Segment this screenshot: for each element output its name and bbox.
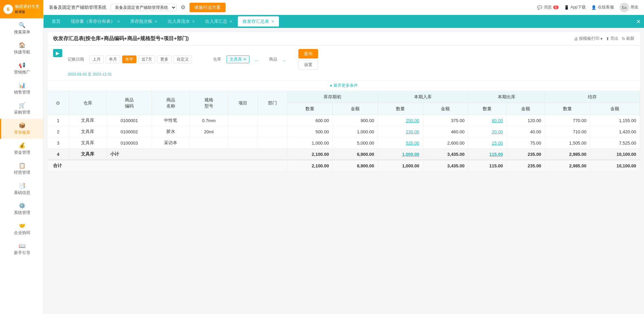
- sidebar-item-label-enterprise: 企业协同: [14, 230, 30, 236]
- sidebar-item-guide[interactable]: 📖新手引导: [0, 239, 43, 259]
- subtotal-out-qty[interactable]: 115.00: [468, 149, 507, 160]
- date-btn-this-year[interactable]: 本年: [122, 55, 136, 63]
- template-print-button[interactable]: 🖨 按模板打印 ▾: [574, 36, 602, 42]
- sidebar-item-label-inventory: 库存核算: [14, 130, 30, 135]
- date-btn-more[interactable]: 更多: [157, 55, 171, 63]
- total-in-amt: 3,435.00: [423, 160, 468, 171]
- filter-section: ▶ 记账日期 上月 本月 本年 近7天 更多 自定义 仓库: [48, 46, 640, 90]
- row-warehouse: 文具库: [69, 115, 106, 126]
- gear-icon[interactable]: ⚙: [181, 4, 185, 11]
- user-item[interactable]: Ea 用友: [620, 3, 639, 12]
- sidebar-item-operation[interactable]: 📋经营管理: [0, 159, 43, 179]
- finance-icon: 💰: [19, 142, 26, 149]
- warehouse-more[interactable]: ...: [255, 57, 258, 62]
- row-out-qty[interactable]: 20.00: [468, 126, 507, 137]
- date-filter-label: 记账日期: [68, 56, 84, 62]
- sidebar-item-base[interactable]: 📑基础信息: [0, 179, 43, 199]
- subtotal-start-amt: 6,900.00: [332, 149, 378, 160]
- sidebar-item-purchase[interactable]: 🛒采购管理: [0, 99, 43, 119]
- th-out-qty: 数量: [468, 103, 507, 115]
- sidebar-item-label-operation: 经营管理: [14, 170, 30, 176]
- refresh-button[interactable]: ↻ 刷新: [622, 36, 634, 42]
- sidebar-item-search[interactable]: 🔍搜索菜单: [0, 18, 43, 38]
- sidebar-item-enterprise[interactable]: 🤝企业协同: [0, 219, 43, 239]
- date-range-display: 2023-01-01 至 2023-12-31: [68, 72, 318, 77]
- system-select[interactable]: 装备及固定资产辅助管理系统: [111, 4, 177, 11]
- row-warehouse: 文具库: [69, 126, 106, 137]
- row-out-qty[interactable]: 80.00: [468, 115, 507, 126]
- goods-more[interactable]: ...: [283, 57, 286, 62]
- trial-button[interactable]: 体验行业方案: [189, 3, 226, 12]
- tab------[interactable]: 出入库流水✕: [163, 16, 200, 27]
- tab-------[interactable]: 收发存汇总表✕: [238, 16, 279, 27]
- base-icon: 📑: [19, 182, 26, 189]
- logo-icon: 6: [3, 4, 13, 14]
- th-settings[interactable]: ⚙: [48, 91, 69, 115]
- tab-close-icon[interactable]: ✕: [271, 19, 274, 24]
- tab-close-icon[interactable]: ✕: [229, 19, 232, 24]
- row-goods-name: 胶水: [152, 126, 189, 137]
- sidebar-item-inventory[interactable]: 📦库存核算: [0, 119, 43, 139]
- total-row: 合计 2,100.00 6,900.00 1,000.00 3,435.00 1…: [48, 160, 640, 171]
- sidebar-item-sales[interactable]: 📊销售管理: [0, 79, 43, 99]
- export-button[interactable]: ⬆ 导出: [606, 36, 618, 42]
- sales-icon: 📊: [19, 82, 26, 88]
- setting-button[interactable]: 设置: [298, 60, 318, 70]
- tab-close-icon[interactable]: ✕: [117, 19, 120, 24]
- th-goods-code: 商品编码: [106, 91, 152, 115]
- expand-more-button[interactable]: ▾ 展开更多条件: [48, 81, 640, 90]
- row-project: [228, 126, 258, 137]
- app-download-item[interactable]: 📱 App下载: [564, 4, 586, 10]
- sidebar-item-system[interactable]: ⚙️系统管理: [0, 199, 43, 219]
- tab------[interactable]: 出入库汇总✕: [200, 16, 237, 27]
- user-label: 用友: [630, 4, 639, 10]
- app-download-label: App下载: [571, 4, 586, 10]
- date-btn-last-month[interactable]: 上月: [89, 55, 104, 63]
- row-in-qty[interactable]: 230.00: [378, 126, 423, 137]
- row-goods-spec: [190, 137, 228, 149]
- system-title: 装备及固定资产辅助管理系统: [49, 4, 106, 11]
- tab-close-icon[interactable]: ✕: [154, 19, 158, 24]
- quick-icon: 🏠: [19, 42, 26, 48]
- sidebar-item-marketing[interactable]: 📢营销推广: [0, 59, 43, 79]
- online-service-label: 在线客服: [598, 4, 614, 10]
- tab-close-icon[interactable]: ✕: [192, 19, 195, 24]
- subtotal-warehouse: 文具库: [69, 149, 106, 160]
- row-index: 2: [48, 126, 69, 137]
- subtotal-index: 4: [48, 149, 69, 160]
- row-balance-qty: 770.00: [545, 115, 590, 126]
- filter-row-date: 记账日期 上月 本月 本年 近7天 更多 自定义 仓库 文具库: [68, 49, 318, 70]
- row-in-qty[interactable]: 520.00: [378, 137, 423, 149]
- sidebar-item-finance[interactable]: 💰资金管理: [0, 139, 43, 159]
- content-area: 收发存汇总表(按仓库+商品编码+商品+规格型号+项目+部门) 🖨 按模板打印 ▾…: [44, 28, 644, 314]
- total-start-amt: 6,900.00: [332, 160, 378, 171]
- warehouse-tag-close[interactable]: ✕: [243, 57, 246, 62]
- row-out-qty[interactable]: 15.00: [468, 137, 507, 149]
- date-btn-7days[interactable]: 近7天: [138, 55, 155, 63]
- table-row: 2 文具库 0100002 胶水 20ml 500.00 1,000.00 23…: [48, 126, 640, 137]
- row-index: 3: [48, 137, 69, 149]
- row-in-qty[interactable]: 250.00: [378, 115, 423, 126]
- sidebar-item-quick[interactable]: 🏠快捷导航: [0, 38, 43, 59]
- row-department: [258, 115, 287, 126]
- sidebar: 6 畅捷通好生意 标准版 🔍搜索菜单🏠快捷导航📢营销推广📊销售管理🛒采购管理📦库…: [0, 0, 44, 314]
- subtotal-balance-amt: 10,100.00: [590, 149, 640, 160]
- tabbar-close-icon[interactable]: ✕: [636, 18, 641, 25]
- date-btn-custom[interactable]: 自定义: [174, 55, 192, 63]
- tab------[interactable]: 库存批次账✕: [126, 16, 162, 27]
- inventory-icon: 📦: [19, 122, 26, 129]
- tab---[interactable]: 首页: [47, 16, 65, 27]
- operation-icon: 📋: [19, 162, 26, 169]
- query-button[interactable]: 查询: [298, 49, 318, 59]
- row-balance-qty: 710.00: [545, 126, 590, 137]
- tab-----------[interactable]: 现存量（库存分布表）✕: [66, 16, 125, 27]
- date-btn-this-month[interactable]: 本月: [106, 55, 120, 63]
- total-start-qty: 2,100.00: [287, 160, 333, 171]
- message-item[interactable]: 💬 消息 6: [537, 4, 559, 10]
- online-service-item[interactable]: 👤 在线客服: [591, 4, 614, 10]
- filter-toggle-button[interactable]: ▶: [53, 49, 62, 57]
- purchase-icon: 🛒: [19, 102, 26, 109]
- subtotal-in-qty[interactable]: 1,000.00: [378, 149, 423, 160]
- sidebar-item-label-quick: 快捷导航: [14, 49, 30, 55]
- row-goods-code: 0100002: [106, 126, 152, 137]
